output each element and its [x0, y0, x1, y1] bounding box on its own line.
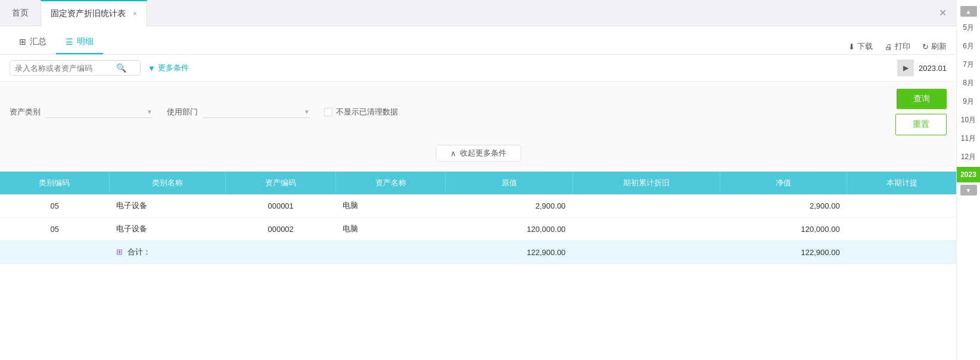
use-dept-select[interactable]: ▼ [203, 106, 310, 118]
use-dept-label: 使用部门 [167, 107, 198, 117]
cell-accum-dep-1 [573, 194, 720, 218]
summary-tab-icon: ⊞ [19, 37, 26, 46]
content-area: ⊞ 汇总 ☰ 明细 ⬇ 下载 🖨 打印 ↻ 刷新 [0, 26, 956, 360]
more-conditions-button[interactable]: ▼ 更多条件 [148, 63, 189, 73]
tab-close-icon[interactable]: × [133, 10, 137, 18]
col-asset-name: 资产名称 [335, 172, 446, 194]
collapse-row: ∧ 收起更多条件 [10, 142, 947, 164]
summary-accum-dep [573, 241, 720, 264]
search-input[interactable] [15, 64, 116, 73]
table-row: 05 电子设备 000002 电脑 120,000.00 120,000.00 [0, 218, 956, 241]
window-close-button[interactable]: ✕ [929, 7, 956, 18]
filter-icon: ▼ [148, 64, 155, 73]
sidebar-month-11[interactable]: 11月 [957, 130, 980, 147]
search-wrap: 🔍 [10, 60, 141, 76]
download-button[interactable]: ⬇ 下载 [848, 41, 873, 52]
asset-category-arrow-icon: ▼ [147, 108, 153, 115]
tab-summary[interactable]: ⊞ 汇总 [10, 30, 56, 54]
filter-row-1: 资产类别 ▼ 使用部门 ▼ 不显示已清理数据 [10, 89, 947, 135]
cell-cat-name-1: 电子设备 [109, 194, 226, 218]
asset-category-field: 资产类别 ▼ [10, 106, 153, 118]
refresh-icon: ↻ [922, 42, 929, 51]
sidebar-month-12[interactable]: 12月 [957, 148, 980, 166]
query-button[interactable]: 查询 [897, 89, 947, 109]
tab-active-label: 固定资产折旧统计表 [51, 8, 126, 19]
detail-tab-label: 明细 [77, 36, 94, 47]
use-dept-field: 使用部门 ▼ [167, 106, 310, 118]
sidebar-year-badge[interactable]: 2023 [957, 167, 980, 182]
sub-tab-actions: ⬇ 下载 🖨 打印 ↻ 刷新 [848, 41, 947, 54]
cell-asset-name-1: 电脑 [335, 194, 446, 218]
reset-button[interactable]: 重置 [895, 114, 947, 135]
summary-empty-3 [335, 241, 446, 264]
summary-icon: ⊞ [116, 247, 123, 256]
nav-arrow-button[interactable]: ▶ [897, 60, 914, 76]
sidebar-up-button[interactable]: ▲ [960, 6, 977, 17]
download-icon: ⬇ [848, 42, 855, 51]
col-original-value: 原值 [446, 172, 573, 194]
cell-cat-name-2: 电子设备 [109, 218, 226, 241]
summary-original-value: 122,900.00 [446, 241, 573, 264]
col-net-value: 净值 [720, 172, 847, 194]
summary-empty-2 [226, 241, 336, 264]
download-label: 下载 [857, 41, 873, 52]
tab-detail[interactable]: ☰ 明细 [56, 30, 103, 54]
col-current-period: 本期计提 [847, 172, 956, 194]
cell-cat-code-2: 05 [0, 218, 109, 241]
col-cat-code: 类别编码 [0, 172, 109, 194]
cell-asset-code-1: 000001 [226, 194, 336, 218]
sidebar-month-6[interactable]: 6月 [957, 38, 980, 55]
cell-cat-code-1: 05 [0, 194, 109, 218]
filter-panel: 资产类别 ▼ 使用部门 ▼ 不显示已清理数据 [0, 82, 956, 172]
cell-current-period-1 [847, 194, 956, 218]
tab-active[interactable]: 固定资产折旧统计表 × [41, 0, 147, 26]
summary-current-period [847, 241, 956, 264]
sidebar-month-8[interactable]: 8月 [957, 75, 980, 92]
right-sidebar: ▲ 5月 6月 7月 8月 9月 10月 11月 12月 2023 ▼ [956, 0, 980, 360]
tab-bar: 首页 固定资产折旧统计表 × ✕ [0, 0, 956, 26]
table-header-row: 类别编码 类别名称 资产编码 资产名称 原值 期初累计折旧 净值 本期计提 [0, 172, 956, 194]
sidebar-month-9[interactable]: 9月 [957, 93, 980, 110]
print-button[interactable]: 🖨 打印 [885, 41, 910, 52]
cell-net-value-1: 2,900.00 [720, 194, 847, 218]
use-dept-arrow-icon: ▼ [304, 108, 310, 115]
sidebar-month-5[interactable]: 5月 [957, 19, 980, 36]
cell-net-value-2: 120,000.00 [720, 218, 847, 241]
table-row: 05 电子设备 000001 电脑 2,900.00 2,900.00 [0, 194, 956, 218]
tab-home[interactable]: 首页 [0, 0, 41, 26]
sidebar-month-7[interactable]: 7月 [957, 56, 980, 73]
hide-cleared-label: 不显示已清理数据 [336, 107, 398, 117]
cell-current-period-2 [847, 218, 956, 241]
cell-asset-code-2: 000002 [226, 218, 336, 241]
refresh-label: 刷新 [931, 41, 947, 52]
search-icon[interactable]: 🔍 [116, 63, 126, 73]
col-cat-name: 类别名称 [109, 172, 226, 194]
more-conditions-label: 更多条件 [158, 63, 189, 73]
hide-cleared-wrap: 不显示已清理数据 [324, 107, 398, 117]
asset-category-select[interactable]: ▼ [45, 106, 153, 118]
cell-original-value-1: 2,900.00 [446, 194, 573, 218]
print-label: 打印 [895, 41, 910, 52]
cell-accum-dep-2 [573, 218, 720, 241]
date-label: 2023.01 [919, 64, 947, 73]
summary-row: ⊞ 合计： 122,900.00 122,900.00 [0, 241, 956, 264]
summary-label: ⊞ 合计： [109, 241, 226, 264]
data-table: 类别编码 类别名称 资产编码 资产名称 原值 期初累计折旧 净值 本期计提 05… [0, 172, 956, 264]
filter-action-col: 查询 重置 [895, 89, 947, 135]
sidebar-month-10[interactable]: 10月 [957, 111, 980, 129]
sub-tab-bar: ⊞ 汇总 ☰ 明细 ⬇ 下载 🖨 打印 ↻ 刷新 [0, 26, 956, 55]
summary-empty-1 [0, 241, 109, 264]
asset-category-label: 资产类别 [10, 107, 41, 117]
detail-tab-icon: ☰ [66, 37, 73, 46]
toolbar: 🔍 ▼ 更多条件 ▶ 2023.01 [0, 55, 956, 82]
refresh-button[interactable]: ↻ 刷新 [922, 41, 947, 52]
hide-cleared-checkbox[interactable] [324, 108, 332, 116]
cell-asset-name-2: 电脑 [335, 218, 446, 241]
summary-tab-label: 汇总 [30, 36, 46, 47]
print-icon: 🖨 [885, 42, 892, 51]
collapse-button[interactable]: ∧ 收起更多条件 [435, 145, 521, 162]
sidebar-down-button[interactable]: ▼ [960, 185, 977, 195]
table-wrap: 类别编码 类别名称 资产编码 资产名称 原值 期初累计折旧 净值 本期计提 05… [0, 172, 956, 360]
col-asset-code: 资产编码 [226, 172, 336, 194]
summary-net-value: 122,900.00 [720, 241, 847, 264]
